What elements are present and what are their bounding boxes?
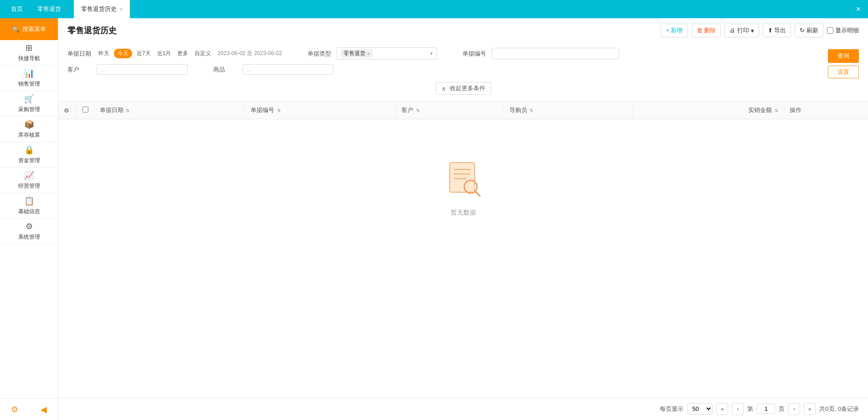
th-guide-label: 导购员 (509, 107, 527, 113)
tab-retail-return-history-close[interactable]: × (119, 6, 122, 12)
date-btn-more[interactable]: 更多 (175, 49, 190, 58)
doc-type-tag-close[interactable]: × (367, 51, 370, 56)
show-detail-checkbox[interactable] (827, 27, 833, 34)
doc-type-select[interactable]: 零售退货 × ▾ (337, 47, 437, 60)
main-content: 零售退货历史 + 新增 🗑 删除 🖨 打印 ▾ ⬆ 导出 ↻ 刷新 (58, 18, 868, 420)
filter-area: 单据日期 昨天 今天 近7天 近1月 更多 自定义 2023-06-02 至 2… (67, 43, 859, 99)
last-page-button[interactable]: » (804, 403, 816, 415)
select-all-checkbox[interactable] (82, 107, 88, 113)
gear-icon[interactable]: ⚙ (64, 107, 69, 114)
tab-retail-return-history[interactable]: 零售退货历史 × (74, 0, 129, 18)
sidebar-item-sales-mgmt[interactable]: 📊 销售管理 (0, 66, 58, 91)
doc-no-filter-group: 单据编号 (462, 48, 619, 59)
first-page-button[interactable]: « (716, 403, 728, 415)
doc-no-input[interactable] (492, 48, 619, 59)
refresh-button[interactable]: ↻ 刷新 (795, 24, 823, 37)
goods-select[interactable]: ... (242, 64, 334, 75)
page-input[interactable] (757, 404, 775, 414)
prev-page-button[interactable]: ‹ (732, 403, 744, 415)
customer-label: 客户 (67, 66, 93, 74)
purchase-label: 采购管理 (18, 106, 40, 113)
th-action-label: 操作 (790, 107, 801, 113)
table-container: ⚙ 单据日期 ⇅ 单据编号 ⇅ 客户 ⇅ (58, 102, 868, 397)
collapse-button[interactable]: ∧ 收起更多条件 (436, 82, 491, 95)
delete-button[interactable]: 🗑 删除 (692, 24, 721, 37)
tab-home[interactable]: 首页 (4, 0, 30, 18)
query-button-label: 查询 (837, 52, 849, 59)
tab-retail-return[interactable]: 零售退货 × (30, 0, 74, 18)
collapse-label: 收起更多条件 (450, 84, 485, 92)
doc-type-value: 零售退货 (344, 50, 365, 57)
quick-nav-icon: ⊞ (26, 43, 32, 53)
page-unit-label: 页 (779, 405, 785, 413)
sidebar-item-inventory[interactable]: 📦 库存核算 (0, 117, 58, 142)
window-close-button[interactable]: × (852, 5, 864, 14)
doc-no-label: 单据编号 (462, 50, 488, 58)
th-customer-label: 客户 (401, 107, 413, 113)
sales-icon: 📊 (24, 68, 34, 78)
data-table: ⚙ 单据日期 ⇅ 单据编号 ⇅ 客户 ⇅ (58, 102, 868, 253)
date-btn-custom[interactable]: 自定义 (193, 49, 213, 58)
purchase-icon: 🛒 (24, 94, 34, 104)
system-label: 系统管理 (18, 233, 40, 241)
inventory-label: 库存核算 (18, 131, 40, 139)
date-btn-today[interactable]: 今天 (114, 49, 132, 58)
search-menu-button[interactable]: 🔍 搜索菜单 (0, 18, 58, 40)
empty-state-cell: 暂无数据 (58, 119, 868, 254)
sidebar: 🔍 搜索菜单 ⊞ 快捷导航 📊 销售管理 🛒 采购管理 📦 库存核算 🔒 资金管… (0, 18, 58, 420)
date-btn-1month[interactable]: 近1月 (155, 49, 173, 58)
print-button-label: 🖨 打印 (729, 26, 749, 35)
th-checkbox[interactable] (77, 102, 94, 119)
th-settings[interactable]: ⚙ (58, 102, 77, 119)
sidebar-item-business-mgmt[interactable]: 📈 经营管理 (0, 168, 58, 193)
th-doc-date[interactable]: 单据日期 ⇅ (94, 102, 245, 119)
toolbar: + 新增 🗑 删除 🖨 打印 ▾ ⬆ 导出 ↻ 刷新 显示明细 (661, 24, 859, 37)
settings-bottom-icon[interactable]: ⚙ (11, 405, 18, 415)
show-detail-wrap: 显示明细 (827, 26, 859, 35)
doc-type-arrow-icon: ▾ (430, 51, 433, 56)
export-button[interactable]: ⬆ 导出 (763, 24, 791, 37)
sidebar-item-finance-mgmt[interactable]: 🔒 资金管理 (0, 142, 58, 168)
date-btn-7days[interactable]: 近7天 (135, 49, 153, 58)
filter-fields: 单据日期 昨天 今天 近7天 近1月 更多 自定义 2023-06-02 至 2… (67, 47, 821, 77)
print-button[interactable]: 🖨 打印 ▾ (724, 24, 759, 37)
date-range-display: 2023-06-02 至 2023-06-02 (217, 50, 282, 57)
customer-select[interactable]: ... (97, 64, 188, 75)
sidebar-item-basic-info[interactable]: 📋 基础信息 (0, 193, 58, 219)
date-btn-yesterday[interactable]: 昨天 (97, 49, 111, 58)
doc-type-label: 单据类型 (308, 50, 333, 58)
table-header: ⚙ 单据日期 ⇅ 单据编号 ⇅ 客户 ⇅ (58, 102, 868, 119)
tab-home-label: 首页 (11, 5, 23, 13)
date-filter-group: 单据日期 昨天 今天 近7天 近1月 更多 自定义 2023-06-02 至 2… (67, 49, 282, 58)
tab-retail-return-history-label: 零售退货历史 (81, 5, 117, 13)
page-size-select[interactable]: 50 10 20 100 (687, 403, 713, 415)
quick-nav-label: 快捷导航 (18, 55, 40, 62)
th-guide[interactable]: 导购员 ⇅ (503, 102, 633, 119)
th-amount[interactable]: 实销金额 ⇅ (633, 102, 784, 119)
sort-doc-no-icon: ⇅ (277, 108, 281, 113)
new-button[interactable]: + 新增 (661, 24, 688, 37)
inventory-icon: 📦 (24, 119, 34, 129)
date-filter-label: 单据日期 (67, 50, 93, 58)
query-button[interactable]: 查询 (828, 49, 859, 63)
tab-retail-return-close[interactable]: × (64, 6, 67, 12)
print-dropdown-icon: ▾ (751, 27, 754, 34)
th-doc-no[interactable]: 单据编号 ⇅ (245, 102, 395, 119)
sidebar-item-system-mgmt[interactable]: ⚙ 系统管理 (0, 219, 58, 244)
tab-list: 首页 零售退货 × 零售退货历史 × (4, 0, 852, 18)
sidebar-item-quick-nav[interactable]: ⊞ 快捷导航 (0, 40, 58, 66)
next-page-button[interactable]: › (788, 403, 800, 415)
action-btns: 查询 设置 (828, 49, 859, 78)
th-customer[interactable]: 客户 ⇅ (396, 102, 503, 119)
settings-button[interactable]: 设置 (828, 66, 859, 78)
prev-page-icon: ‹ (737, 406, 739, 412)
page-title-row: 零售退货历史 + 新增 🗑 删除 🖨 打印 ▾ ⬆ 导出 ↻ 刷新 (67, 24, 859, 37)
page-title: 零售退货历史 (67, 25, 117, 36)
sidebar-item-purchase-mgmt[interactable]: 🛒 采购管理 (0, 91, 58, 117)
goods-filter-group: 商品 ... (213, 64, 334, 75)
th-doc-no-label: 单据编号 (251, 107, 274, 113)
goods-placeholder: ... (247, 66, 252, 73)
collapse-sidebar-icon[interactable]: ◀ (41, 405, 47, 415)
empty-state: 暂无数据 (58, 119, 868, 253)
basic-info-icon: 📋 (24, 196, 34, 206)
